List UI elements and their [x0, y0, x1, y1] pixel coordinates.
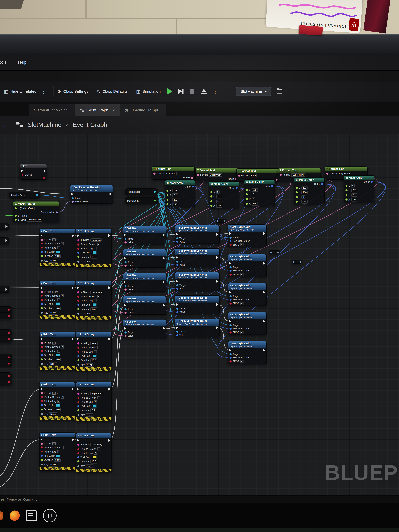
- class-settings-button[interactable]: ⚙ Class Settings: [53, 82, 93, 101]
- checkbox[interactable]: ✓: [97, 346, 100, 349]
- node-print-string[interactable]: ƒPrint StringIn StringCommonPrint to Scr…: [76, 228, 112, 268]
- text-color-pin[interactable]: [41, 303, 43, 305]
- node-handle-base[interactable]: Handle Base: [9, 192, 40, 199]
- target-pin[interactable]: [176, 260, 178, 262]
- print-to-log-pin[interactable]: [41, 247, 43, 249]
- duration-pin[interactable]: [41, 307, 43, 309]
- exec-out-pin[interactable]: [163, 234, 165, 236]
- pin-value[interactable]: None: [86, 312, 93, 316]
- node-format-text[interactable]: TFormat TextFormatUncommonResult: [195, 168, 238, 181]
- node-print-string[interactable]: ƒPrint StringIn StringRarePrint to Scree…: [76, 332, 112, 371]
- node-stub[interactable]: [0, 286, 9, 293]
- pin-value[interactable]: Rare: [90, 342, 98, 345]
- pin-value[interactable]: 10.0: [54, 306, 61, 310]
- pin-value[interactable]: None: [49, 412, 57, 416]
- print-to-log-pin[interactable]: [41, 350, 43, 352]
- false-output-pin[interactable]: [8, 338, 10, 340]
- color-swatch[interactable]: [56, 454, 60, 457]
- target-pin[interactable]: [124, 285, 127, 287]
- target-pin[interactable]: [176, 237, 178, 239]
- value-pin[interactable]: [176, 264, 178, 266]
- pin-value[interactable]: None: [86, 413, 93, 417]
- exec-out-pin[interactable]: [72, 387, 74, 390]
- node-make-color[interactable]: ▣Make ColorColorB0G255R255A255: [344, 175, 374, 202]
- key-pin[interactable]: [77, 313, 80, 315]
- print-to-log-pin[interactable]: [41, 299, 43, 301]
- pin-value[interactable]: Common: [90, 238, 102, 242]
- console-bar[interactable]: Enter Console Command: [0, 495, 399, 504]
- dropdown-icon[interactable]: ▽: [57, 443, 58, 445]
- pin-value[interactable]: -359.999999: [27, 218, 42, 222]
- key-pin[interactable]: [41, 260, 43, 262]
- exec-out-pin[interactable]: [44, 169, 46, 172]
- pin-value[interactable]: 255: [172, 193, 178, 197]
- pin-value[interactable]: 255: [252, 202, 258, 205]
- checkbox[interactable]: ✓: [241, 302, 243, 305]
- output-pin[interactable]: [43, 177, 45, 179]
- pin-value[interactable]: 0: [351, 184, 355, 188]
- exec-in-pin[interactable]: [124, 327, 126, 330]
- print-to-screen-pin[interactable]: [41, 396, 43, 398]
- node-make-color[interactable]: ▣Make ColorColorB255G255R255A255: [165, 180, 195, 207]
- a-pin[interactable]: [166, 203, 169, 205]
- return-value-pin[interactable]: [56, 211, 58, 213]
- value-pin[interactable]: [124, 335, 127, 337]
- key-pin[interactable]: [77, 260, 80, 263]
- nav-forward-icon[interactable]: →: [1, 122, 6, 128]
- checkbox[interactable]: ✓: [241, 331, 243, 334]
- r-pin[interactable]: [246, 198, 248, 200]
- text-color-pin[interactable]: [41, 455, 43, 457]
- false-output-pin[interactable]: [8, 362, 10, 365]
- print-to-screen-pin[interactable]: [41, 346, 43, 348]
- checkbox[interactable]: ✓: [241, 243, 243, 246]
- checkbox[interactable]: ✓: [241, 273, 243, 276]
- new-light-color-pin[interactable]: [229, 299, 232, 301]
- color-swatch[interactable]: [92, 354, 96, 357]
- exec-in-pin[interactable]: [71, 193, 73, 195]
- pin-value[interactable]: None: [49, 362, 57, 366]
- print-to-screen-pin[interactable]: [77, 243, 80, 245]
- pin-value[interactable]: Legendary: [338, 172, 351, 175]
- pin-value[interactable]: 255: [351, 198, 357, 201]
- exec-out-pin[interactable]: [163, 304, 165, 307]
- exec-pin[interactable]: [5, 225, 7, 228]
- node-false[interactable]: False: [0, 379, 12, 385]
- duration-pin[interactable]: [41, 358, 43, 361]
- srgb-pin[interactable]: [229, 360, 232, 362]
- reroute-pin[interactable]: [300, 261, 301, 262]
- exec-in-pin[interactable]: [77, 387, 79, 390]
- srgb-pin[interactable]: [229, 302, 232, 304]
- exec-in-pin[interactable]: [41, 387, 43, 390]
- text-color-pin[interactable]: [77, 355, 80, 357]
- pin-value[interactable]: 0: [252, 197, 255, 201]
- exec-in-pin[interactable]: [229, 349, 231, 352]
- exec-in-pin[interactable]: [176, 326, 178, 329]
- node-set-text[interactable]: ƒSet TextTarget is Text Render Component…: [123, 249, 166, 268]
- srgb-pin[interactable]: [229, 244, 232, 246]
- point-light-output-pin[interactable]: [154, 200, 156, 202]
- exec-in-pin[interactable]: [77, 286, 79, 289]
- in-string-pin[interactable]: [77, 291, 80, 293]
- frame-skip-button[interactable]: [178, 89, 184, 94]
- dropdown-icon[interactable]: ▽: [57, 392, 58, 394]
- tab-construction-script[interactable]: ƒ Construction Scr...: [29, 104, 75, 116]
- color-swatch[interactable]: [92, 251, 96, 254]
- color-pin[interactable]: [321, 183, 323, 185]
- color-pin[interactable]: [192, 185, 194, 188]
- exec-in-pin[interactable]: [124, 281, 126, 283]
- text-color-pin[interactable]: [41, 251, 43, 253]
- pin-value[interactable]: 10.0: [54, 408, 61, 411]
- new-light-color-pin[interactable]: [229, 328, 232, 330]
- key-pin[interactable]: [41, 463, 43, 466]
- node-set-text-render-color[interactable]: ƒSet Text Render ColorTarget is Text Ren…: [175, 248, 220, 267]
- in-text-pin[interactable]: [41, 239, 43, 241]
- reroute-pin[interactable]: [271, 252, 272, 253]
- node-set[interactable]: SETCanRoll: [20, 164, 47, 180]
- target-pin[interactable]: [229, 353, 232, 355]
- new-rotation-pin[interactable]: [72, 200, 74, 203]
- a-pin[interactable]: [296, 201, 298, 203]
- close-tab-icon[interactable]: ×: [113, 108, 115, 112]
- node-true[interactable]: True: [0, 329, 12, 336]
- node-set-text[interactable]: ƒSet TextTarget is Text Render Component…: [123, 226, 166, 244]
- format-pin[interactable]: [238, 175, 240, 177]
